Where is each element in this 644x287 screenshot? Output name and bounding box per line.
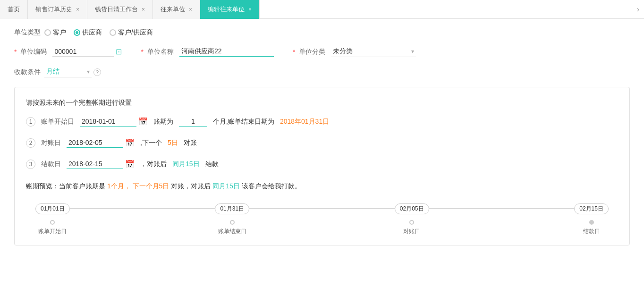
- payment-prefix: ，对账后: [140, 160, 167, 169]
- reconcile-prefix: ,下一个: [140, 139, 162, 147]
- period-suffix-after: 个月,账单结束日期为: [213, 118, 274, 126]
- radio-customer-label: 客户: [53, 28, 66, 37]
- tab-edit-unit[interactable]: 编辑往来单位 ×: [200, 0, 260, 19]
- unit-name-label: 单位名称: [147, 48, 174, 56]
- timeline-badge-2: 02月05日: [395, 203, 429, 214]
- tab-sales-history[interactable]: 销售订单历史 ×: [28, 0, 87, 19]
- radio-both-label: 客户/供应商: [118, 28, 153, 37]
- period-num-2: 2: [26, 138, 35, 148]
- payment-highlight: 同月15日: [172, 160, 200, 169]
- close-cash-work[interactable]: ×: [142, 6, 145, 13]
- copy-icon[interactable]: ⊡: [116, 47, 122, 56]
- payment-suffix: 结款: [205, 160, 219, 169]
- radio-supplier[interactable]: 供应商: [74, 28, 102, 37]
- period-label-1: 账单开始日: [41, 118, 74, 126]
- tab-cash-work[interactable]: 钱货日清工作台 ×: [87, 0, 153, 19]
- unit-category-chevron: ▾: [411, 48, 414, 55]
- period-end-date: 2018年01月31日: [280, 118, 329, 126]
- period-label-3: 结款日: [41, 160, 61, 169]
- period-num-3: 3: [26, 160, 35, 169]
- unit-code-label: 单位编码: [20, 48, 47, 56]
- timeline-point-1: 01月31日 账单结束日: [215, 203, 249, 236]
- unit-category-select[interactable]: 未分类 ▾: [331, 46, 416, 57]
- radio-customer-circle: [44, 29, 51, 36]
- timeline-dot-1: [230, 220, 235, 225]
- unit-category-group: * 单位分类 未分类 ▾: [293, 46, 416, 57]
- tab-home[interactable]: 首页: [0, 0, 28, 19]
- payment-date-calendar[interactable]: 📅: [125, 160, 135, 169]
- timeline-dot-0: [50, 220, 55, 225]
- period-row-3: 3 结款日 📅 ，对账后 同月15日 结款: [26, 159, 618, 169]
- period-num-1: 1: [26, 117, 35, 127]
- period-label-2: 对账日: [41, 139, 61, 147]
- preview-text: 账期预览：当前客户账期是 1个月， 下一个月5日 对账，对账后 同月15日 该客…: [26, 180, 618, 192]
- payment-condition-value: 月结: [46, 68, 59, 76]
- timeline-dot-2: [409, 220, 414, 225]
- reconcile-date-input[interactable]: [67, 138, 123, 148]
- unit-code-input[interactable]: [52, 47, 114, 57]
- close-sales-history[interactable]: ×: [76, 6, 79, 13]
- timeline-point-0: 01月01日 账单开始日: [35, 203, 70, 236]
- period-row-1: 1 账单开始日 📅 账期为 个月,账单结束日期为 2018年01月31日: [26, 117, 618, 127]
- period-months-input[interactable]: [179, 117, 207, 127]
- unit-type-row: 单位类型 客户 供应商 客户/供应商: [14, 28, 630, 37]
- unit-name-group: * 单位名称: [141, 47, 273, 57]
- radio-supplier-circle: [74, 29, 80, 36]
- close-related-unit[interactable]: ×: [189, 6, 192, 13]
- unit-name-input[interactable]: [179, 47, 274, 57]
- section-description: 请按照未来的一个完整帐期进行设置: [26, 99, 618, 107]
- timeline-badge-0: 01月01日: [35, 203, 70, 214]
- unit-type-radio-group: 客户 供应商 客户/供应商: [44, 28, 153, 37]
- main-content: 单位类型 客户 供应商 客户/供应商 * 单位编码 ⊡ * 单位名称: [0, 19, 644, 287]
- reconcile-suffix: 对账: [184, 139, 197, 147]
- timeline-point-3: 02月15日 结款日: [574, 203, 609, 236]
- timeline: 01月01日 账单开始日 01月31日 账单结束日 02月05日 对账日 02月…: [26, 203, 618, 236]
- timeline-desc-1: 账单结束日: [218, 228, 246, 236]
- payment-date-input[interactable]: [67, 159, 123, 169]
- timeline-desc-3: 结款日: [583, 228, 600, 236]
- unit-info-row: * 单位编码 ⊡ * 单位名称 * 单位分类 未分类 ▾: [14, 46, 630, 57]
- timeline-badge-3: 02月15日: [574, 203, 609, 214]
- tab-bar: 首页 销售订单历史 × 钱货日清工作台 × 往来单位 × 编辑往来单位 × ›: [0, 0, 644, 19]
- close-edit-unit[interactable]: ×: [248, 6, 252, 13]
- timeline-desc-2: 对账日: [403, 228, 420, 236]
- bill-start-date-input[interactable]: [80, 117, 136, 127]
- radio-supplier-label: 供应商: [82, 28, 102, 37]
- tab-related-unit[interactable]: 往来单位 ×: [153, 0, 200, 19]
- timeline-points: 01月01日 账单开始日 01月31日 账单结束日 02月05日 对账日 02月…: [35, 203, 609, 236]
- radio-both[interactable]: 客户/供应商: [110, 28, 153, 37]
- timeline-desc-0: 账单开始日: [38, 228, 67, 236]
- payment-condition-select[interactable]: 月结 ▾: [44, 67, 92, 77]
- unit-category-value: 未分类: [333, 47, 353, 56]
- tab-more-arrow[interactable]: ›: [632, 0, 644, 19]
- period-settings-box: 请按照未来的一个完整帐期进行设置 1 账单开始日 📅 账期为 个月,账单结束日期…: [14, 87, 630, 245]
- unit-type-label: 单位类型: [14, 28, 41, 37]
- payment-condition-chevron: ▾: [87, 68, 90, 75]
- reconcile-date-calendar[interactable]: 📅: [125, 138, 135, 147]
- payment-condition-row: 收款条件 月结 ▾ ?: [14, 67, 630, 77]
- timeline-dot-3: [589, 220, 594, 225]
- period-suffix-before: 账期为: [153, 118, 173, 126]
- unit-category-label: 单位分类: [299, 48, 325, 56]
- unit-code-group: * 单位编码 ⊡: [14, 47, 122, 57]
- timeline-point-2: 02月05日 对账日: [395, 203, 429, 236]
- help-icon[interactable]: ?: [93, 68, 101, 76]
- payment-condition-label: 收款条件: [14, 68, 41, 76]
- timeline-badge-1: 01月31日: [215, 203, 249, 214]
- radio-both-circle: [110, 29, 116, 36]
- bill-start-date-calendar[interactable]: 📅: [138, 117, 148, 126]
- period-row-2: 2 对账日 📅 ,下一个 5日 对账: [26, 138, 618, 148]
- reconcile-highlight: 5日: [168, 139, 178, 147]
- radio-customer[interactable]: 客户: [44, 28, 66, 37]
